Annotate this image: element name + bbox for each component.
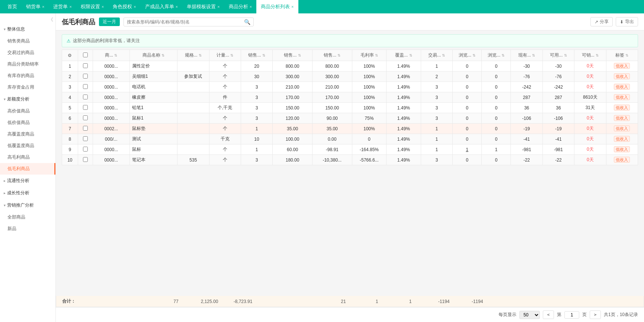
col-available[interactable]: 可用... ⇅ bbox=[542, 50, 574, 61]
sidebar-group-差额度分析[interactable]: ▾差额度分析 bbox=[0, 93, 55, 105]
sidebar-item-交易过的商品[interactable]: 交易过的商品 bbox=[0, 47, 55, 58]
row-browse2: 0 bbox=[482, 61, 511, 71]
nav-item-进货单[interactable]: 进货单× bbox=[49, 0, 76, 13]
close-icon[interactable]: × bbox=[134, 4, 136, 9]
select-all-checkbox[interactable] bbox=[83, 52, 88, 57]
row-checkbox[interactable] bbox=[78, 113, 93, 124]
row-no: 9 bbox=[62, 144, 78, 155]
row-checkbox[interactable] bbox=[78, 155, 93, 165]
row-select[interactable] bbox=[83, 84, 88, 89]
sidebar-group-流通性分析[interactable]: ▸流通性分析 bbox=[0, 175, 55, 187]
sidebar-item-全部商品[interactable]: 全部商品 bbox=[0, 211, 55, 223]
col-browse1[interactable]: 浏览... ⇅ bbox=[452, 50, 481, 61]
row-checkbox[interactable] bbox=[78, 103, 93, 113]
col-tag[interactable]: 标签 ⇅ bbox=[606, 50, 638, 61]
sidebar-item-高毛利商品[interactable]: 高毛利商品 bbox=[0, 152, 55, 163]
nav-item-产成品入库单[interactable]: 产成品入库单× bbox=[141, 0, 182, 13]
sidebar-item-高覆盖度商品[interactable]: 高覆盖度商品 bbox=[0, 128, 55, 140]
row-select[interactable] bbox=[83, 136, 88, 141]
row-sellable: 0天 bbox=[574, 155, 606, 165]
col-stock[interactable]: 现有... ⇅ bbox=[511, 50, 542, 61]
sidebar-item-销售类商品[interactable]: 销售类商品 bbox=[0, 35, 55, 47]
sidebar-item-低价值商品[interactable]: 低价值商品 bbox=[0, 117, 55, 128]
col-trade[interactable]: 交易... ⇅ bbox=[421, 50, 452, 61]
close-icon[interactable]: × bbox=[69, 4, 71, 9]
col-qty[interactable]: 销售... ⇅ bbox=[241, 50, 272, 61]
row-select[interactable] bbox=[83, 105, 88, 110]
export-button[interactable]: ⬇ 导出 bbox=[616, 17, 638, 26]
row-checkbox[interactable] bbox=[78, 124, 93, 134]
row-select[interactable] bbox=[83, 63, 88, 68]
col-settings[interactable]: ⚙ bbox=[62, 50, 78, 61]
row-checkbox[interactable] bbox=[78, 61, 93, 71]
row-select[interactable] bbox=[83, 126, 88, 131]
nav-item-首页[interactable]: 首页 bbox=[3, 0, 22, 13]
search-input[interactable] bbox=[127, 19, 244, 25]
sidebar-item-库存资金占用[interactable]: 库存资金占用 bbox=[0, 82, 55, 93]
sidebar-group-整体信息[interactable]: ▾整体信息 bbox=[0, 23, 55, 35]
close-icon[interactable]: × bbox=[42, 4, 44, 9]
tag-badge: 低收入 bbox=[614, 157, 630, 163]
col-name[interactable]: 商品名称 ⇅ bbox=[130, 50, 177, 61]
row-checkbox[interactable] bbox=[78, 134, 93, 144]
row-browse1[interactable]: 1 bbox=[452, 144, 481, 155]
period-button[interactable]: 近一月 bbox=[99, 17, 120, 26]
search-icon[interactable]: 🔍 bbox=[244, 19, 250, 25]
row-browse2: 0 bbox=[482, 113, 511, 124]
col-margin[interactable]: 毛利率 ⇅ bbox=[352, 50, 386, 61]
row-cost: 0.00 bbox=[312, 134, 352, 144]
sidebar-group-营销推广分析[interactable]: ▾营销推广分析 bbox=[0, 199, 55, 211]
per-page-select[interactable]: 50 100 bbox=[519, 311, 540, 319]
row-select[interactable] bbox=[83, 74, 88, 79]
sidebar-item-高价值商品[interactable]: 高价值商品 bbox=[0, 105, 55, 117]
close-icon[interactable]: × bbox=[291, 4, 294, 9]
nav-item-单据模板设置[interactable]: 单据模板设置× bbox=[182, 0, 224, 13]
sidebar-item-商品分类助销率[interactable]: 商品分类助销率 bbox=[0, 58, 55, 70]
close-icon[interactable]: × bbox=[250, 4, 252, 9]
col-code[interactable]: 商... ⇅ bbox=[93, 50, 130, 61]
sidebar-item-低毛利商品[interactable]: 低毛利商品 bbox=[0, 163, 55, 175]
tag-badge: 低收入 bbox=[614, 146, 630, 152]
row-select[interactable] bbox=[83, 95, 88, 99]
col-sellable[interactable]: 可销... ⇅ bbox=[574, 50, 606, 61]
row-tag: 低收入 bbox=[606, 155, 638, 165]
row-checkbox[interactable] bbox=[78, 71, 93, 82]
row-browse2: 0 bbox=[482, 103, 511, 113]
prev-page-btn[interactable]: ＜ bbox=[543, 310, 554, 319]
sidebar-item-低覆盖度商品[interactable]: 低覆盖度商品 bbox=[0, 140, 55, 152]
page-input[interactable] bbox=[564, 311, 579, 319]
row-sellable: 0天 bbox=[574, 71, 606, 82]
sidebar-item-新品[interactable]: 新品 bbox=[0, 223, 55, 235]
col-unit[interactable]: 计量... ⇅ bbox=[209, 50, 241, 61]
row-select[interactable] bbox=[83, 157, 88, 162]
col-coverage[interactable]: 覆盖... ⇅ bbox=[387, 50, 421, 61]
nav-item-销货单[interactable]: 销货单× bbox=[22, 0, 49, 13]
sidebar-group-成长性分析[interactable]: ▸成长性分析 bbox=[0, 187, 55, 199]
row-tag: 低收入 bbox=[606, 82, 638, 92]
nav-item-商品分析[interactable]: 商品分析× bbox=[224, 0, 256, 13]
col-cost[interactable]: 销售... ⇅ bbox=[312, 50, 352, 61]
row-select[interactable] bbox=[83, 115, 88, 120]
col-browse2[interactable]: 浏览... ⇅ bbox=[482, 50, 511, 61]
table-container[interactable]: ⚙ 商... ⇅ 商品名称 ⇅ 规格... ⇅ 计量... ⇅ 销售... ⇅ … bbox=[62, 50, 638, 296]
row-stock: -981 bbox=[511, 144, 542, 155]
sidebar-collapse-btn[interactable]: 《 bbox=[48, 17, 53, 22]
next-page-btn[interactable]: ＞ bbox=[590, 310, 601, 319]
close-icon[interactable]: × bbox=[102, 4, 104, 9]
col-checkbox[interactable] bbox=[78, 50, 93, 61]
share-button[interactable]: ↗ 分享 bbox=[590, 17, 613, 26]
col-spec[interactable]: 规格... ⇅ bbox=[177, 50, 209, 61]
col-price[interactable]: 销售... ⇅ bbox=[273, 50, 313, 61]
group-label: 差额度分析 bbox=[7, 96, 29, 102]
nav-item-商品分析列表[interactable]: 商品分析列表× bbox=[256, 0, 298, 13]
row-checkbox[interactable] bbox=[78, 82, 93, 92]
nav-item-权限设置[interactable]: 权限设置× bbox=[76, 0, 108, 13]
close-icon[interactable]: × bbox=[176, 4, 178, 9]
nav-item-角色授权[interactable]: 角色授权× bbox=[108, 0, 140, 13]
close-icon[interactable]: × bbox=[217, 4, 220, 9]
warning-bar: ⚠ 这部分商品的利润非常低，请关注 bbox=[62, 34, 638, 47]
row-checkbox[interactable] bbox=[78, 144, 93, 155]
row-select[interactable] bbox=[83, 147, 88, 152]
sidebar-item-有库存的商品[interactable]: 有库存的商品 bbox=[0, 70, 55, 82]
row-checkbox[interactable] bbox=[78, 92, 93, 103]
